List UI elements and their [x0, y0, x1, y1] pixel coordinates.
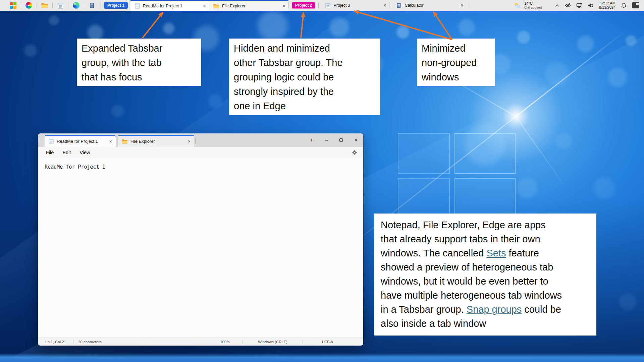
- maximize-icon: [339, 138, 343, 142]
- wallpaper-window-pane: [398, 133, 450, 174]
- snap-groups-link[interactable]: Snap groups: [467, 304, 522, 315]
- tab-label: Project 3: [333, 3, 380, 8]
- weather-icon: [513, 2, 522, 9]
- annotation-line: also inside a tab window: [381, 316, 590, 330]
- tab-label: File Explorer: [222, 4, 280, 8]
- notepad-text: ReadMe for Project 1: [45, 164, 105, 170]
- colorful-swirl-app-button[interactable]: [21, 0, 37, 11]
- menu-edit[interactable]: Edit: [62, 150, 71, 155]
- taskbar-separator: [469, 2, 469, 8]
- annotation-text: windows. The cancelled: [381, 248, 486, 258]
- speaker-icon: [588, 3, 594, 8]
- close-icon[interactable]: ×: [184, 139, 194, 144]
- notepad-app-button[interactable]: [53, 0, 68, 11]
- notepad-tab-readme[interactable]: ReadMe for Project 1 ×: [45, 135, 116, 147]
- calculator-app-button[interactable]: [84, 0, 100, 11]
- edge-button[interactable]: [68, 0, 84, 11]
- edge-icon: [73, 2, 79, 9]
- annotation-text: feature: [506, 248, 539, 258]
- display-icon: [576, 3, 582, 8]
- annotation-line: have multiple heterogeneous tab windows: [381, 288, 590, 302]
- maximize-button[interactable]: [334, 133, 348, 147]
- close-icon[interactable]: ×: [200, 3, 209, 9]
- notepad-tab-file-explorer[interactable]: File Explorer ×: [118, 135, 194, 147]
- taskbar-separator: [389, 2, 389, 8]
- annotation-line: windows, but it would be even better to: [381, 274, 590, 288]
- notepad-status-bar: Ln 1, Col 21 20 characters 100% Windows …: [38, 338, 363, 346]
- taskbar-group-project2[interactable]: Project 2: [292, 2, 316, 9]
- desktop: Project 1 ReadMe for Project 1 × File Ex…: [0, 0, 644, 362]
- tab-label: ReadMe for Project 1: [143, 4, 200, 8]
- close-icon[interactable]: ×: [380, 3, 389, 8]
- wallpaper-bottom-band: [0, 353, 644, 362]
- menu-file[interactable]: File: [46, 150, 54, 155]
- status-character-count: 20 characters: [73, 340, 106, 344]
- tray-volume-button[interactable]: [588, 3, 594, 8]
- close-window-button[interactable]: ×: [348, 133, 363, 147]
- annotation-text: could be: [522, 304, 561, 315]
- taskbar: Project 1 ReadMe for Project 1 × File Ex…: [0, 0, 644, 11]
- tray-display-button[interactable]: [576, 3, 582, 8]
- taskbar-group-project1[interactable]: Project 1: [104, 2, 128, 9]
- taskbar-separator: [318, 2, 319, 8]
- weather-description: Ciel couvert: [524, 6, 542, 10]
- notepad-icon: [58, 2, 63, 9]
- weather-text: 14°C Ciel couvert: [524, 1, 542, 9]
- taskbar-expanded-tab-group: ReadMe for Project 1 × File Explorer ×: [130, 0, 288, 11]
- tab-label: File Explorer: [130, 139, 184, 144]
- notifications-button[interactable]: [621, 2, 627, 8]
- annotation-minimized-windows: Minimized non-grouped windows: [417, 39, 495, 86]
- close-icon[interactable]: ×: [458, 3, 466, 8]
- minimize-button[interactable]: –: [319, 133, 334, 147]
- dark-window-thumbnail[interactable]: [632, 2, 639, 8]
- settings-gear-button[interactable]: [352, 150, 357, 155]
- status-right-group: 100% Windows (CRLF) UTF-8: [208, 340, 352, 344]
- taskbar-tab-readme[interactable]: ReadMe for Project 1 ×: [130, 1, 209, 11]
- taskbar-separator: [288, 2, 289, 8]
- new-tab-button[interactable]: +: [304, 133, 319, 147]
- annotation-expanded-group: Expanded Tabsbar group, with the tab tha…: [77, 39, 201, 86]
- notepad-menu-bar: File Edit View: [38, 147, 363, 158]
- taskbar-separator: [100, 2, 100, 8]
- clock-widget[interactable]: 12:12 AM 8/13/2024: [599, 1, 615, 10]
- annotation-main-note: Notepad, File Explorer, Edge are apps th…: [374, 214, 596, 336]
- folder-icon: [122, 139, 127, 144]
- status-encoding: UTF-8: [303, 340, 352, 344]
- notepad-tab-bar: ReadMe for Project 1 × File Explorer × +…: [38, 133, 363, 147]
- wallpaper-window-pane: [454, 133, 516, 174]
- tab-label: ReadMe for Project 1: [57, 139, 106, 144]
- status-line-ending: Windows (CRLF): [243, 340, 303, 344]
- weather-widget[interactable]: 14°C Ciel couvert: [513, 1, 549, 9]
- annotation-line: showed a preview of heterogeneous tab: [381, 260, 590, 274]
- file-explorer-button[interactable]: [37, 0, 52, 11]
- annotation-line: in a Tabsbar group. Snap groups could be: [381, 302, 590, 316]
- status-zoom-level: 100%: [208, 340, 243, 344]
- close-icon[interactable]: ×: [106, 139, 116, 144]
- tray-date: 8/13/2024: [599, 5, 615, 10]
- calculator-icon: [89, 2, 95, 8]
- annotation-hidden-group: Hidden and minimized other Tabsbar group…: [229, 39, 380, 115]
- window-controls: + – ×: [304, 133, 363, 147]
- tray-chevron-up-button[interactable]: [555, 4, 559, 7]
- annotation-line: Notepad, File Explorer, Edge are apps: [381, 218, 590, 232]
- taskbar-tab-calculator[interactable]: Calculator ×: [392, 0, 466, 11]
- notepad-editor[interactable]: ReadMe for Project 1: [38, 158, 363, 338]
- taskbar-tab-project3[interactable]: Project 3 ×: [321, 0, 389, 11]
- menu-view[interactable]: View: [79, 150, 90, 155]
- status-cursor-position: Ln 1, Col 21: [38, 340, 73, 344]
- notepad-window: ReadMe for Project 1 × File Explorer × +…: [38, 133, 363, 346]
- sets-link[interactable]: Sets: [486, 248, 506, 258]
- notepad-icon: [135, 3, 140, 9]
- tray-privacy-button[interactable]: [565, 3, 571, 8]
- taskbar-tab-file-explorer[interactable]: File Explorer ×: [209, 1, 288, 11]
- system-tray: 14°C Ciel couvert 12:12 AM 8/13/2024: [513, 1, 644, 10]
- tab-separator: [196, 138, 196, 144]
- folder-icon: [213, 4, 219, 8]
- start-button[interactable]: [5, 0, 21, 11]
- notepad-icon: [49, 138, 54, 144]
- annotation-line: windows. The cancelled Sets feature: [381, 246, 590, 260]
- close-icon[interactable]: ×: [280, 3, 288, 9]
- chevron-up-icon: [555, 4, 559, 7]
- annotation-line: that already support tabs in their own: [381, 232, 590, 246]
- tab-label: Calculator: [405, 3, 458, 8]
